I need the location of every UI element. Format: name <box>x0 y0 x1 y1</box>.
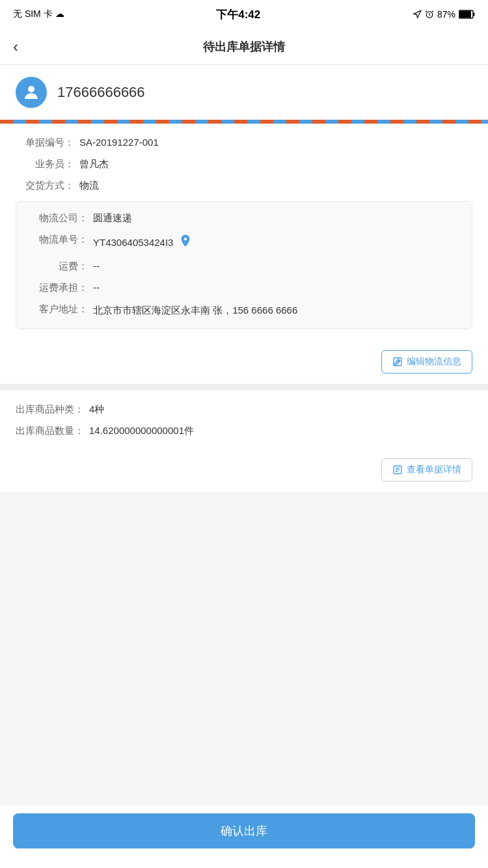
user-icon <box>21 83 41 102</box>
avatar <box>16 77 47 108</box>
goods-type-label: 出库商品种类： <box>16 403 84 416</box>
detail-icon <box>392 465 403 475</box>
freight-bearer-label: 运费承担： <box>29 282 88 294</box>
address-row: 客户地址： 北京市市辖区海淀区永丰南 张，156 6666 6666 <box>29 303 459 318</box>
address-label: 客户地址： <box>29 303 88 316</box>
logistics-company-label: 物流公司： <box>29 212 88 224</box>
status-right: 87% <box>413 9 475 20</box>
view-detail-button[interactable]: 查看单据详情 <box>381 458 472 481</box>
battery-level: 87% <box>437 9 455 20</box>
location-status-icon <box>413 10 422 19</box>
delivery-row: 交货方式： 物流 <box>16 180 472 192</box>
battery-icon <box>459 10 475 19</box>
view-detail-label: 查看单据详情 <box>407 464 461 476</box>
goods-type-row: 出库商品种类： 4种 <box>16 403 472 416</box>
content: 17666666666 单据编号： SA-20191227-001 业务员： 曾… <box>0 65 488 687</box>
view-detail-container: 查看单据详情 <box>0 450 488 492</box>
freight-bearer-value: -- <box>93 282 459 293</box>
svg-rect-4 <box>474 13 475 16</box>
status-left: 无 SIM 卡 ☁ <box>13 8 64 20</box>
order-no-value: SA-20191227-001 <box>79 137 472 148</box>
salesman-label: 业务员： <box>16 158 74 170</box>
goods-section: 出库商品种类： 4种 出库商品数量： 14.620000000000001件 <box>0 390 488 450</box>
page-title: 待出库单据详情 <box>203 39 285 55</box>
svg-marker-0 <box>414 10 421 18</box>
status-time: 下午4:42 <box>216 7 260 22</box>
nav-bar: ‹ 待出库单据详情 <box>0 29 488 65</box>
goods-count-value: 14.620000000000001件 <box>89 425 194 437</box>
delivery-label: 交货方式： <box>16 180 74 192</box>
freight-label: 运费： <box>29 260 88 273</box>
address-value: 北京市市辖区海淀区永丰南 张，156 6666 6666 <box>93 303 459 318</box>
edit-icon <box>392 357 403 367</box>
freight-value: -- <box>93 260 459 271</box>
confirm-button[interactable]: 确认出库 <box>13 813 475 848</box>
svg-point-5 <box>28 86 34 92</box>
freight-row: 运费： -- <box>29 260 459 273</box>
logistics-company-value: 圆通速递 <box>93 212 459 224</box>
goods-type-value: 4种 <box>89 403 104 416</box>
confirm-button-label: 确认出库 <box>221 823 267 839</box>
logistics-tracking-value: YT43064053424I3 <box>93 234 459 251</box>
status-bar: 无 SIM 卡 ☁ 下午4:42 87% <box>0 0 488 29</box>
goods-count-row: 出库商品数量： 14.620000000000001件 <box>16 425 472 437</box>
logistics-card: 物流公司： 圆通速递 物流单号： YT43064053424I3 运费： -- … <box>16 201 472 329</box>
goods-count-label: 出库商品数量： <box>16 425 84 437</box>
back-button[interactable]: ‹ <box>13 38 18 56</box>
salesman-value: 曾凡杰 <box>79 158 472 170</box>
delivery-value: 物流 <box>79 180 472 192</box>
logistics-tracking-row: 物流单号： YT43064053424I3 <box>29 234 459 251</box>
freight-bearer-row: 运费承担： -- <box>29 282 459 294</box>
tracking-location-icon[interactable] <box>178 234 193 251</box>
order-no-row: 单据编号： SA-20191227-001 <box>16 137 472 149</box>
edit-logistics-container: 编辑物流信息 <box>0 342 488 384</box>
order-info-section: 单据编号： SA-20191227-001 业务员： 曾凡杰 交货方式： 物流 … <box>0 124 488 342</box>
empty-space <box>0 492 488 622</box>
edit-logistics-label: 编辑物流信息 <box>407 356 461 368</box>
alarm-icon <box>425 10 434 19</box>
svg-rect-3 <box>459 11 471 18</box>
salesman-row: 业务员： 曾凡杰 <box>16 158 472 170</box>
customer-phone: 17666666666 <box>57 84 145 101</box>
logistics-tracking-label: 物流单号： <box>29 234 88 246</box>
logistics-company-row: 物流公司： 圆通速递 <box>29 212 459 224</box>
customer-header: 17666666666 <box>0 65 488 120</box>
bottom-bar: 确认出库 <box>0 806 488 868</box>
order-no-label: 单据编号： <box>16 137 74 149</box>
section-divider-1 <box>0 384 488 390</box>
edit-logistics-button[interactable]: 编辑物流信息 <box>381 350 472 373</box>
